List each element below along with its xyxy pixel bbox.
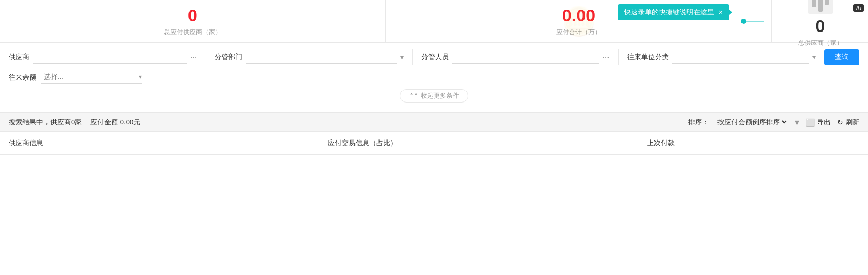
supplier-input[interactable] bbox=[33, 51, 187, 64]
department-input[interactable] bbox=[246, 51, 397, 64]
results-actions: 排序： 按应付会额倒序排序 ▾ ⬜ 导出 ↻ 刷新 bbox=[688, 117, 859, 127]
balance-chevron-icon[interactable]: ▾ bbox=[139, 73, 142, 81]
tooltip-line bbox=[745, 21, 764, 21]
unit-class-chevron-icon[interactable]: ▾ bbox=[812, 53, 816, 61]
filter-department: 分管部门 ▾ bbox=[215, 51, 403, 64]
collapse-label: 收起更多条件 bbox=[421, 91, 459, 100]
balance-label: 往来余额 bbox=[9, 73, 36, 82]
total-amount-label: 应付合计（万） bbox=[556, 28, 601, 37]
search-button[interactable]: 查询 bbox=[824, 49, 859, 65]
refresh-label: 刷新 bbox=[846, 117, 859, 127]
refresh-icon: ↻ bbox=[837, 118, 843, 127]
export-icon: ⬜ bbox=[806, 118, 815, 127]
sort-label: 排序： bbox=[688, 117, 709, 127]
filter-row-2: 往来余额 ▾ bbox=[9, 70, 859, 84]
person-input[interactable] bbox=[452, 51, 599, 64]
collapse-more-btn[interactable]: ⌃⌃ 收起更多条件 bbox=[400, 89, 468, 103]
col-last-payment-header: 上次付款 bbox=[647, 138, 860, 148]
ai-badge: Ai bbox=[853, 4, 864, 12]
filter-person: 分管人员 ··· bbox=[421, 51, 610, 64]
total-all-suppliers-label: 总供应商（家） bbox=[798, 38, 843, 48]
tooltip-text: 快速录单的快捷键说明在这里 bbox=[624, 7, 714, 17]
department-label: 分管部门 bbox=[215, 52, 242, 62]
supplier-more-btn[interactable]: ··· bbox=[190, 52, 197, 62]
filter-unit-class: 往来单位分类 ▾ bbox=[627, 51, 816, 64]
table-body bbox=[0, 155, 868, 262]
table-header: 供应商信息 应付交易信息（占比） 上次付款 bbox=[0, 132, 868, 155]
search-result-info: 搜索结果中，供应商0家 bbox=[9, 117, 82, 127]
payable-amount-info: 应付金额 0.00元 bbox=[90, 117, 140, 127]
unit-class-input[interactable] bbox=[672, 51, 809, 64]
divider3 bbox=[618, 49, 619, 65]
sort-select[interactable]: 按应付会额倒序排序 bbox=[715, 117, 788, 127]
bar1 bbox=[812, 0, 816, 7]
summary-card-suppliers: 0 总应付供应商（家） bbox=[0, 0, 386, 42]
shortcut-tooltip: 快速录单的快捷键说明在这里 × bbox=[618, 4, 729, 20]
total-all-suppliers-number: 0 bbox=[816, 16, 825, 36]
department-chevron-icon[interactable]: ▾ bbox=[400, 53, 404, 61]
tooltip-close-btn[interactable]: × bbox=[719, 9, 723, 16]
supplier-label: 供应商 bbox=[9, 52, 29, 62]
filter-supplier: 供应商 ··· bbox=[9, 51, 197, 64]
filter-row-1: 供应商 ··· 分管部门 ▾ 分管人员 ··· 往来单位分类 ▾ 查询 bbox=[9, 49, 859, 65]
refresh-btn[interactable]: ↻ 刷新 bbox=[837, 117, 859, 127]
person-more-btn[interactable]: ··· bbox=[602, 52, 609, 62]
person-label: 分管人员 bbox=[421, 52, 449, 62]
bar3 bbox=[825, 0, 829, 5]
total-suppliers-label: 总应付供应商（家） bbox=[164, 28, 222, 37]
filter-area: 供应商 ··· 分管部门 ▾ 分管人员 ··· 往来单位分类 ▾ 查询 往来余额 bbox=[0, 43, 868, 113]
divider2 bbox=[412, 49, 413, 65]
col-supplier-header: 供应商信息 bbox=[9, 138, 328, 148]
divider1 bbox=[206, 49, 206, 65]
unit-class-label: 往来单位分类 bbox=[627, 52, 669, 62]
chart-icon bbox=[808, 0, 833, 14]
results-bar: 搜索结果中，供应商0家 应付金额 0.00元 排序： 按应付会额倒序排序 ▾ ⬜… bbox=[0, 113, 868, 132]
collapse-up-icon: ⌃⌃ bbox=[409, 92, 419, 99]
total-suppliers-number: 0 bbox=[188, 5, 198, 26]
bar2 bbox=[818, 0, 823, 12]
export-btn[interactable]: ⬜ 导出 bbox=[806, 117, 831, 127]
balance-select[interactable] bbox=[41, 70, 137, 83]
summary-card-total-suppliers: Ai 0 总供应商（家） bbox=[772, 0, 868, 42]
summary-bar: 0 总应付供应商（家） 🪙 0.00 应付合计（万） 快速录单的快捷键说明在这里… bbox=[0, 0, 868, 43]
total-amount-number: 0.00 bbox=[562, 5, 595, 26]
col-transaction-header: 应付交易信息（占比） bbox=[328, 138, 647, 148]
export-label: 导出 bbox=[817, 117, 831, 127]
